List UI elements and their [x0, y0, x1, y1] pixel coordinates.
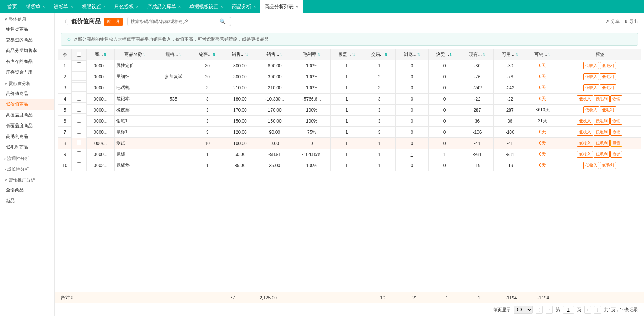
nav-product-stock[interactable]: 产成品入库单 × — [143, 0, 185, 13]
cell-browse2: 0 — [428, 105, 461, 116]
cell-available-stock: 36 — [494, 116, 526, 127]
tag-badge: 低毛利 — [594, 151, 610, 158]
sidebar-item-sales-goods[interactable]: 销售类商品 — [0, 24, 54, 35]
col-sale-avg[interactable]: 销售...⇅ — [256, 49, 293, 60]
col-sale-qty[interactable]: 销售...⇅ — [191, 49, 224, 60]
gear-icon[interactable]: ⚙ — [63, 52, 67, 58]
nav-close-product-analysis[interactable]: × — [254, 4, 256, 9]
nav-permission[interactable]: 权限设置 × — [77, 0, 110, 13]
row-checkbox[interactable] — [77, 85, 81, 89]
nav-purchase-order[interactable]: 进货单 × — [49, 0, 77, 13]
nav-close-sales-order[interactable]: × — [43, 4, 45, 9]
sidebar-item-low-coverage[interactable]: 低覆盖度商品 — [0, 120, 54, 131]
sidebar-item-stock-goods[interactable]: 有库存的商品 — [0, 56, 54, 67]
nav-home[interactable]: 首页 — [3, 0, 21, 13]
period-button[interactable]: 近一月 — [104, 18, 123, 26]
row-checkbox[interactable] — [77, 118, 81, 123]
nav-close-role-auth[interactable]: × — [136, 4, 138, 9]
col-sellable[interactable]: 可销...⇅ — [526, 49, 559, 60]
cell-checkbox[interactable] — [72, 71, 86, 81]
cell-checkbox[interactable] — [72, 127, 86, 136]
cell-checkbox[interactable] — [72, 160, 86, 169]
per-page-select[interactable]: 50 100 200 — [514, 306, 533, 314]
nav-role-auth[interactable]: 角色授权 × — [110, 0, 142, 13]
row-checkbox[interactable] — [77, 140, 81, 145]
sidebar-item-category-rate[interactable]: 商品分类销售率 — [0, 45, 54, 56]
cell-code: 0000... — [87, 127, 115, 138]
cell-checkbox[interactable] — [72, 149, 86, 158]
row-checkbox[interactable] — [77, 151, 81, 156]
cell-checkbox[interactable] — [72, 105, 86, 114]
col-checkbox — [72, 49, 87, 60]
sidebar-group-overall[interactable]: ∨ 整体信息 — [0, 13, 54, 24]
col-sale-amount[interactable]: 销售...⇅ — [224, 49, 256, 60]
cell-available-stock: -22 — [494, 94, 526, 105]
cell-checkbox[interactable] — [72, 60, 86, 69]
nav-close-product-analysis-list[interactable]: × — [296, 4, 298, 9]
select-all-checkbox[interactable] — [77, 52, 81, 57]
search-icon[interactable]: 🔍 — [219, 18, 226, 24]
col-browse1[interactable]: 浏览...⇅ — [396, 49, 428, 60]
col-available-stock[interactable]: 可用...⇅ — [494, 49, 526, 60]
cell-sale-avg: 35.00 — [256, 160, 293, 171]
nav-product-analysis-list[interactable]: 商品分析列表 × — [260, 0, 302, 13]
cell-checkbox[interactable] — [72, 116, 86, 125]
first-page-button[interactable]: ⟨ — [536, 306, 543, 314]
collapse-sidebar-button[interactable]: 《 — [61, 18, 68, 25]
table-row: 6 0000... 铅笔1 3 150.00 150.00 100% 1 3 0… — [58, 116, 641, 127]
nav-close-product-stock[interactable]: × — [178, 4, 181, 9]
browse-link[interactable]: 1 — [411, 152, 413, 157]
search-input[interactable] — [131, 19, 219, 24]
row-checkbox[interactable] — [77, 96, 81, 101]
sidebar-group-growth[interactable]: › 成长性分析 — [0, 163, 54, 174]
last-page-button[interactable]: ⟩ — [594, 306, 601, 314]
nav-template[interactable]: 单据模板设置 × — [185, 0, 227, 13]
sidebar-group-circulation[interactable]: › 流通性分析 — [0, 153, 54, 163]
sidebar-item-stock-fund[interactable]: 库存资金占用 — [0, 67, 54, 78]
sidebar-item-high-coverage[interactable]: 高覆盖度商品 — [0, 110, 54, 120]
nav-close-template[interactable]: × — [221, 4, 223, 9]
cell-available-stock: -981 — [494, 149, 526, 160]
row-checkbox[interactable] — [77, 62, 81, 67]
col-gross-rate[interactable]: 毛利率⇅ — [293, 49, 330, 60]
cell-sale-amount: 100.00 — [224, 138, 256, 149]
row-checkbox[interactable] — [77, 162, 81, 167]
table-container: ⚙ 商...⇅ 商品名称⇅ 规格...⇅ 销售...⇅ 销售...⇅ 销售...… — [55, 49, 644, 292]
sidebar-item-all-goods[interactable]: 全部商品 — [0, 185, 54, 196]
page-number-input[interactable] — [563, 306, 574, 314]
export-button[interactable]: ⬇ 导出 — [624, 18, 638, 25]
next-page-button[interactable]: › — [584, 306, 591, 314]
col-code[interactable]: 商...⇅ — [87, 49, 115, 60]
col-trade[interactable]: 交易...⇅ — [363, 49, 396, 60]
row-checkbox[interactable] — [77, 107, 81, 112]
sidebar-item-new-goods[interactable]: 新品 — [0, 196, 54, 206]
row-checkbox[interactable] — [77, 74, 81, 78]
col-browse2[interactable]: 浏览...⇅ — [428, 49, 461, 60]
sidebar-item-traded-goods[interactable]: 交易过的商品 — [0, 35, 54, 45]
cell-sellable: 31天 — [526, 116, 559, 127]
sidebar-item-high-margin[interactable]: 高毛利商品 — [0, 131, 54, 142]
row-checkbox[interactable] — [77, 129, 81, 134]
sidebar-item-low-value[interactable]: 低价值商品 — [0, 99, 54, 110]
cell-checkbox[interactable] — [72, 82, 86, 92]
sidebar-group-marketing[interactable]: ∨ 营销推广分析 — [0, 174, 54, 185]
cell-name: 鼠标 — [115, 149, 156, 160]
cell-checkbox[interactable] — [72, 94, 86, 103]
cell-tags: 低收入低毛利 — [559, 82, 641, 94]
cell-sale-avg: 300.00 — [256, 71, 293, 82]
col-coverage[interactable]: 覆盖...⇅ — [330, 49, 363, 60]
col-spec[interactable]: 规格...⇅ — [156, 49, 191, 60]
col-current-stock[interactable]: 现有...⇅ — [461, 49, 493, 60]
share-button[interactable]: ↗ 分享 — [606, 18, 620, 25]
nav-product-analysis[interactable]: 商品分析 × — [228, 0, 260, 13]
col-name[interactable]: 商品名称⇅ — [115, 49, 156, 60]
sidebar-item-low-margin[interactable]: 低毛利商品 — [0, 142, 54, 153]
nav-close-permission[interactable]: × — [103, 4, 105, 9]
col-gear[interactable]: ⚙ — [58, 49, 72, 60]
nav-close-purchase-order[interactable]: × — [70, 4, 73, 9]
cell-checkbox[interactable] — [72, 138, 86, 147]
sidebar-item-high-value[interactable]: 高价值商品 — [0, 88, 54, 99]
nav-sales-order[interactable]: 销货单 × — [21, 0, 49, 13]
prev-page-button[interactable]: ‹ — [546, 306, 552, 314]
sidebar-group-contribution[interactable]: ∨ 贡献度分析 — [0, 78, 54, 88]
